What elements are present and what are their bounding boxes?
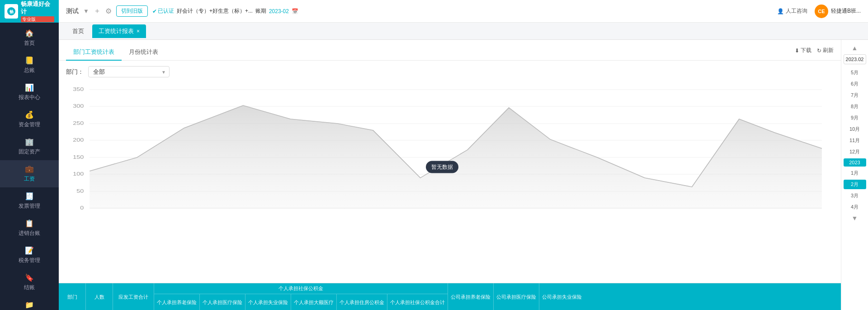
dept-select-wrapper: 全部 (88, 66, 170, 77)
download-btn[interactable]: ⬇ 下载 (795, 47, 811, 54)
sidebar-item-ledger[interactable]: 📒 总账 (0, 52, 59, 79)
refresh-icon: ↻ (817, 48, 821, 54)
sidebar-label-home: 首页 (24, 39, 35, 47)
assets-icon: 🏢 (25, 138, 34, 146)
month-6[interactable]: 6月 (844, 79, 866, 89)
sidebar-label-ledger: 总账 (24, 67, 35, 74)
month-8[interactable]: 8月 (844, 102, 866, 111)
reports-icon: 📊 (25, 83, 34, 92)
salary-chart: 350 300 250 200 150 100 50 0 (66, 83, 834, 214)
tab-salary[interactable]: 工资统计报表 × (92, 24, 146, 38)
month-2[interactable]: 2月 (844, 180, 866, 189)
sidebar-item-tax[interactable]: 📝 税务管理 (0, 242, 59, 269)
sidebar-label-salary: 工资 (24, 175, 35, 183)
sub-tab-month[interactable]: 月份统计表 (122, 44, 165, 61)
right-panel: ▲ 2023.02 5月 6月 7月 8月 9月 10月 11月 12月 202… (841, 40, 868, 310)
svg-text:畅: 畅 (9, 10, 14, 14)
svg-text:150: 150 (73, 154, 84, 160)
topbar-add-icon[interactable]: ＋ (94, 6, 101, 16)
user-avatar: CE (815, 5, 828, 18)
cert-badge: ✔ 已认证 (152, 7, 174, 15)
settle-icon: 🔖 (25, 273, 34, 282)
sidebar-item-settle[interactable]: 🔖 结账 (0, 269, 59, 296)
month-9[interactable]: 9月 (844, 113, 866, 123)
content-area: 部门工资统计表 月份统计表 ⬇ 下载 ↻ 刷新 部门： (59, 40, 868, 310)
check-icon: ✔ (152, 8, 157, 14)
help-button[interactable]: 👤 人工咨询 (777, 7, 807, 15)
funds-icon: 💰 (25, 110, 34, 119)
sidebar-label-invoice: 发票管理 (19, 202, 40, 210)
logo-icon: 畅 (5, 4, 18, 19)
sidebar-label-funds: 资金管理 (19, 121, 40, 129)
sidebar-item-sales[interactable]: 📋 进销台账 (0, 215, 59, 242)
panel-down-btn[interactable]: ▼ (851, 214, 859, 223)
sidebar-item-home[interactable]: 🏠 首页 (0, 24, 59, 52)
archive-icon: 📁 (25, 300, 34, 309)
sidebar-label-tax: 税务管理 (19, 257, 40, 264)
svg-text:350: 350 (73, 86, 84, 92)
sidebar-item-archive[interactable]: 📁 归档管理 (0, 296, 59, 310)
col-total-wage: 应发工资合计 (113, 283, 154, 310)
sidebar-item-salary[interactable]: 💼 工资 (0, 160, 59, 187)
help-icon: 👤 (777, 8, 784, 14)
download-icon: ⬇ (795, 48, 799, 54)
chart-area: 350 300 250 200 150 100 50 0 (59, 83, 841, 283)
col-group-personal-title: 个人承担社保公积金 (154, 283, 448, 294)
month-7[interactable]: 7月 (844, 91, 866, 100)
col-group-personal-cols: 个人承担养老保险 个人承担医疗保险 个人承担失业保险 个人承担大额医疗 个人承担… (154, 294, 448, 310)
tabbar: 首页 工资统计报表 × (59, 23, 868, 40)
tab-home[interactable]: 首页 (66, 24, 90, 38)
col-personal-housing: 个人承担住房公积金 (337, 294, 387, 310)
user-name[interactable]: 轻捷通B班... (831, 7, 861, 15)
svg-text:250: 250 (73, 120, 84, 126)
topbar-dropdown-arrow[interactable]: ▼ (83, 8, 89, 14)
col-company-pension: 公司承担养老保险 (448, 283, 494, 310)
refresh-btn[interactable]: ↻ 刷新 (817, 47, 834, 54)
col-company-unemployment: 公司承担失业保险 (539, 283, 585, 310)
sidebar-label-settle: 结账 (24, 284, 35, 291)
sidebar-label-reports: 报表中心 (19, 94, 40, 101)
sub-tab-dept[interactable]: 部门工资统计表 (66, 44, 122, 61)
panel-up-btn[interactable]: ▲ (851, 43, 859, 52)
col-group-personal: 个人承担社保公积金 个人承担养老保险 个人承担医疗保险 个人承担失业保险 个人承… (154, 283, 448, 310)
month-1[interactable]: 1月 (844, 168, 866, 178)
sidebar-item-reports[interactable]: 📊 报表中心 (0, 79, 59, 106)
sidebar-label-assets: 固定资产 (19, 148, 40, 156)
sidebar-item-funds[interactable]: 💰 资金管理 (0, 106, 59, 133)
content-main: 部门工资统计表 月份统计表 ⬇ 下载 ↻ 刷新 部门： (59, 40, 841, 310)
sidebar: 畅 畅康通好会计 专业版 🏠 首页 📒 总账 📊 报表中心 💰 资金管理 🏢 固… (0, 0, 59, 310)
sub-tab-actions: ⬇ 下载 ↻ 刷新 (795, 47, 834, 58)
tax-icon: 📝 (25, 246, 34, 255)
svg-text:50: 50 (76, 188, 84, 194)
dept-filter-label: 部门： (66, 68, 84, 76)
sidebar-item-assets[interactable]: 🏢 固定资产 (0, 133, 59, 160)
month-5[interactable]: 5月 (844, 68, 866, 77)
svg-text:200: 200 (73, 137, 84, 143)
main-area: 测试 ▼ ＋ ⚙ 切到旧版 ✔ 已认证 好会计（专）+好生意（标）+... 账期… (59, 0, 868, 310)
col-company-medical: 公司承担医疗保险 (494, 283, 539, 310)
calendar-icon[interactable]: 📅 (292, 8, 298, 14)
month-10[interactable]: 10月 (844, 124, 866, 134)
month-11[interactable]: 11月 (844, 136, 866, 145)
svg-text:0: 0 (80, 205, 84, 211)
year-2023[interactable]: 2023 (844, 158, 866, 167)
switch-to-old-btn[interactable]: 切到旧版 (116, 5, 148, 17)
sidebar-label-sales: 进销台账 (19, 229, 40, 237)
year-label: 2023.02 (844, 54, 866, 64)
topbar-gear-icon[interactable]: ⚙ (105, 7, 112, 15)
col-personal-unemployment: 个人承担失业保险 (245, 294, 291, 310)
table-header: 部门 人数 应发工资合计 个人承担社保公积金 个人承担养老保险 个人承担医疗保险… (59, 283, 841, 310)
user-area: CE 轻捷通B班... (815, 5, 861, 18)
tab-close-icon[interactable]: × (137, 28, 140, 34)
sidebar-item-invoice[interactable]: 🧾 发票管理 (0, 187, 59, 215)
col-personal-major-medical: 个人承担大额医疗 (291, 294, 337, 310)
col-dept: 部门 (59, 283, 86, 310)
home-icon: 🏠 (25, 29, 34, 38)
dept-select[interactable]: 全部 (88, 66, 170, 77)
sub-tabs-bar: 部门工资统计表 月份统计表 ⬇ 下载 ↻ 刷新 (59, 40, 841, 61)
month-12[interactable]: 12月 (844, 147, 866, 157)
topbar-info: ✔ 已认证 好会计（专）+好生意（标）+... 账期 2023-02 📅 (152, 7, 298, 15)
logo-sub-text: 专业版 (21, 16, 54, 22)
month-3[interactable]: 3月 (844, 191, 866, 200)
month-4[interactable]: 4月 (844, 202, 866, 212)
